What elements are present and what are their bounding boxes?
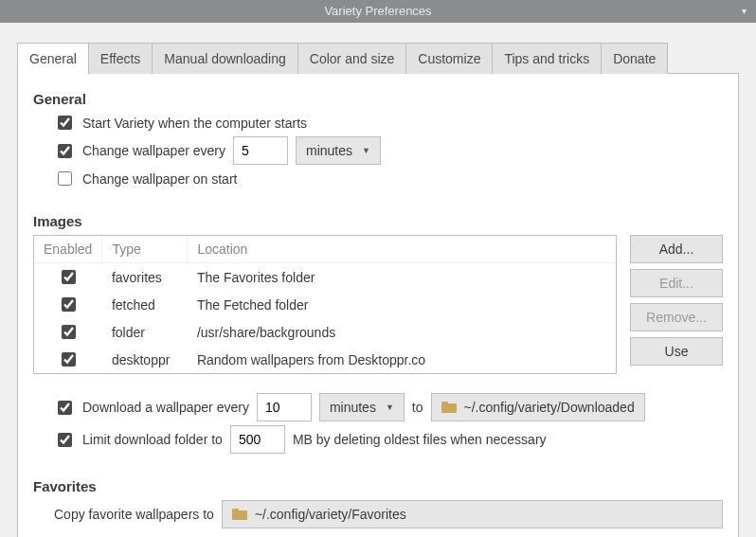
row-type: desktoppr bbox=[102, 346, 188, 373]
favorites-path-chooser[interactable]: ~/.config/variety/Favorites bbox=[222, 500, 723, 528]
table-row[interactable]: folder /usr/share/backgrounds bbox=[34, 318, 616, 346]
row-type: fetched bbox=[102, 291, 188, 318]
row-enabled-checkbox[interactable] bbox=[62, 325, 76, 339]
col-enabled[interactable]: Enabled bbox=[34, 236, 102, 263]
tab-general[interactable]: General bbox=[17, 43, 89, 74]
row-enabled-checkbox[interactable] bbox=[62, 352, 76, 367]
row-type: folder bbox=[102, 318, 188, 346]
change-every-label: Change wallpaper every bbox=[82, 143, 225, 158]
row-location: /usr/share/backgrounds bbox=[188, 318, 616, 346]
download-every-unit-combo[interactable]: minutes ▼ bbox=[319, 393, 405, 421]
table-row[interactable]: desktoppr Random wallpapers from Desktop… bbox=[34, 346, 616, 373]
limit-folder-label: Limit download folder to bbox=[82, 432, 223, 447]
images-side-buttons: Add... Edit... Remove... Use bbox=[630, 235, 723, 366]
change-on-start-label: Change wallpaper on start bbox=[82, 171, 237, 187]
content-area: General Effects Manual downloading Color… bbox=[0, 23, 756, 537]
col-type[interactable]: Type bbox=[102, 236, 188, 263]
tab-color-and-size[interactable]: Color and size bbox=[298, 43, 407, 74]
change-every-value[interactable] bbox=[233, 136, 288, 165]
download-to-label: to bbox=[412, 400, 423, 415]
change-every-checkbox[interactable] bbox=[58, 144, 72, 158]
row-enabled-checkbox[interactable] bbox=[62, 270, 76, 284]
tabpanel-general: General Start Variety when the computer … bbox=[17, 73, 739, 537]
change-every-unit-combo[interactable]: minutes ▼ bbox=[296, 136, 381, 165]
window-menu-caret-icon[interactable]: ▾ bbox=[742, 0, 747, 23]
section-heading-favorites: Favorites bbox=[33, 478, 723, 494]
chevron-down-icon: ▼ bbox=[386, 403, 394, 412]
row-location: The Favorites folder bbox=[188, 263, 616, 292]
section-heading-general: General bbox=[33, 91, 723, 107]
limit-folder-checkbox[interactable] bbox=[58, 433, 72, 447]
window-title: Variety Preferences bbox=[324, 4, 431, 18]
tab-effects[interactable]: Effects bbox=[89, 43, 153, 74]
row-location: Random wallpapers from Desktoppr.co bbox=[188, 346, 616, 373]
change-every-unit-label: minutes bbox=[306, 143, 352, 158]
images-table[interactable]: Enabled Type Location favorites The Favo… bbox=[33, 235, 617, 374]
use-button[interactable]: Use bbox=[630, 337, 723, 366]
row-enabled-checkbox[interactable] bbox=[62, 297, 76, 312]
start-on-boot-label: Start Variety when the computer starts bbox=[82, 116, 307, 131]
favorites-path: ~/.config/variety/Favorites bbox=[255, 507, 406, 522]
start-on-boot-checkbox[interactable] bbox=[58, 116, 72, 130]
row-location: The Fetched folder bbox=[188, 291, 616, 318]
change-on-start-checkbox[interactable] bbox=[58, 171, 72, 186]
col-location[interactable]: Location bbox=[188, 236, 616, 263]
remove-button[interactable]: Remove... bbox=[630, 303, 723, 331]
download-every-label: Download a wallpaper every bbox=[82, 400, 249, 415]
limit-folder-value[interactable] bbox=[230, 425, 285, 454]
download-path: ~/.config/variety/Downloaded bbox=[464, 400, 635, 415]
chevron-down-icon: ▼ bbox=[362, 146, 370, 155]
titlebar: Variety Preferences ▾ bbox=[0, 0, 756, 23]
download-every-checkbox[interactable] bbox=[58, 401, 72, 415]
tabbar: General Effects Manual downloading Color… bbox=[17, 42, 739, 73]
table-row[interactable]: fetched The Fetched folder bbox=[34, 291, 616, 318]
download-path-chooser[interactable]: ~/.config/variety/Downloaded bbox=[431, 393, 645, 421]
download-every-value[interactable] bbox=[257, 393, 312, 421]
limit-folder-suffix: MB by deleting oldest files when necessa… bbox=[293, 432, 547, 447]
row-type: favorites bbox=[102, 263, 188, 292]
tab-donate[interactable]: Donate bbox=[602, 43, 668, 74]
table-header-row: Enabled Type Location bbox=[34, 236, 616, 263]
table-row[interactable]: favorites The Favorites folder bbox=[34, 263, 616, 292]
add-button[interactable]: Add... bbox=[630, 235, 723, 263]
favorites-copy-label: Copy favorite wallpapers to bbox=[54, 507, 214, 522]
tab-manual-downloading[interactable]: Manual downloading bbox=[153, 43, 297, 74]
tab-tips-and-tricks[interactable]: Tips and tricks bbox=[493, 43, 602, 74]
folder-icon bbox=[441, 402, 457, 413]
tab-customize[interactable]: Customize bbox=[406, 43, 493, 74]
download-every-unit-label: minutes bbox=[330, 400, 376, 415]
edit-button[interactable]: Edit... bbox=[630, 269, 723, 297]
folder-icon bbox=[232, 509, 247, 520]
section-heading-images: Images bbox=[33, 213, 723, 229]
